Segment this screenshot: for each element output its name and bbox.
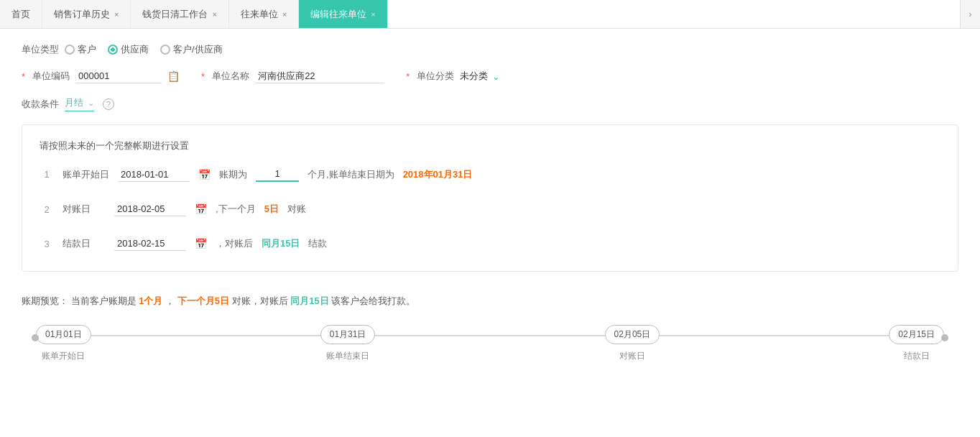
radio-customer[interactable]: 客户 bbox=[65, 43, 96, 56]
payment-help-icon[interactable]: ? bbox=[103, 98, 114, 110]
tabs-bar: 首页 销售订单历史 × 钱货日清工作台 × 往来单位 × 编辑往来单位 × › bbox=[0, 0, 980, 29]
preview-text-mid1: ， bbox=[165, 295, 175, 306]
row-3-label: 结款日 bbox=[63, 237, 106, 250]
row-1-label: 账单开始日 bbox=[63, 168, 109, 181]
unit-code-required: * bbox=[22, 71, 25, 82]
unit-name-label: 单位名称 bbox=[212, 70, 249, 83]
timeline-start-dot bbox=[32, 334, 39, 341]
unit-category-required: * bbox=[406, 71, 410, 82]
unit-category-dropdown-icon[interactable]: ⌄ bbox=[492, 71, 500, 82]
unit-code-field: * 单位编码 📋 bbox=[22, 69, 180, 83]
row-1-period-input[interactable] bbox=[256, 167, 299, 182]
row-1-hint-pre: 账期为 bbox=[219, 168, 247, 181]
payment-dropdown-icon[interactable]: ⌄ bbox=[88, 98, 94, 108]
unit-code-label: 单位编码 bbox=[32, 70, 70, 83]
close-tab-edit-contacts[interactable]: × bbox=[371, 10, 375, 19]
row-2-date-input[interactable] bbox=[114, 202, 186, 216]
unit-type-field: 单位类型 客户 供应商 客户/供应商 bbox=[22, 43, 223, 56]
unit-category-value: 未分类 bbox=[460, 70, 488, 83]
row-3-hint-pre: ，对账后 bbox=[216, 237, 253, 250]
row-3-calendar-icon[interactable]: 📅 bbox=[195, 238, 207, 249]
unit-type-row: 单位类型 客户 供应商 客户/供应商 bbox=[22, 43, 958, 56]
timeline-pill-1: 01月31日 bbox=[320, 325, 376, 344]
timeline-label-1: 账单结束日 bbox=[326, 350, 369, 362]
timeline-pill-3: 02月15日 bbox=[889, 325, 944, 344]
billing-period-section: 请按照未来的一个完整帐期进行设置 1 账单开始日 📅 账期为 个月,账单结束日期… bbox=[22, 124, 958, 272]
tab-edit-contacts[interactable]: 编辑往来单位 × bbox=[299, 0, 387, 28]
tab-contacts[interactable]: 往来单位 × bbox=[229, 0, 299, 28]
unit-type-label: 单位类型 bbox=[22, 43, 59, 56]
row-2-label: 对账日 bbox=[63, 203, 106, 216]
row-1-date-input[interactable] bbox=[118, 167, 190, 182]
unit-category-field: * 单位分类 未分类 ⌄ bbox=[406, 70, 500, 83]
row-2-highlight: 5日 bbox=[264, 203, 279, 216]
section-title: 请按照未来的一个完整帐期进行设置 bbox=[40, 139, 940, 152]
row-3-highlight: 同月15日 bbox=[262, 237, 300, 250]
preview-section: 账期预览： 当前客户账期是 1个月 ， 下一个月5日 对账，对账后 同月15日 … bbox=[22, 283, 958, 362]
preview-part3: 同月15日 bbox=[290, 295, 328, 306]
preview-text-pre: 当前客户账期是 bbox=[71, 295, 137, 306]
row-2-hint-post: 对账 bbox=[287, 203, 306, 216]
unit-code-copy-icon[interactable]: 📋 bbox=[167, 70, 180, 82]
unit-code-input[interactable] bbox=[75, 69, 162, 83]
close-tab-cash-work[interactable]: × bbox=[212, 10, 216, 19]
preview-text-end: 该客户会给我打款。 bbox=[331, 295, 415, 306]
timeline-end-dot bbox=[941, 334, 948, 341]
tab-home[interactable]: 首页 bbox=[0, 0, 42, 28]
preview-text-mid2: 对账，对账后 bbox=[232, 295, 288, 306]
radio-customer-circle bbox=[65, 45, 75, 55]
preview-label: 账期预览： bbox=[22, 295, 68, 306]
unit-category-label: 单位分类 bbox=[417, 70, 454, 83]
row-1-calendar-icon[interactable]: 📅 bbox=[198, 169, 211, 180]
timeline-nodes: 01月01日 账单开始日 01月31日 账单结束日 02月05日 对账日 02月… bbox=[36, 325, 944, 362]
radio-supplier[interactable]: 供应商 bbox=[108, 43, 149, 56]
row-1-num: 1 bbox=[40, 169, 54, 180]
timeline-container: 01月01日 账单开始日 01月31日 账单结束日 02月05日 对账日 02月… bbox=[22, 325, 958, 362]
timeline-label-3: 结款日 bbox=[904, 350, 930, 362]
close-tab-contacts[interactable]: × bbox=[282, 10, 287, 19]
unit-type-radio-group: 客户 供应商 客户/供应商 bbox=[65, 43, 223, 56]
radio-both-circle bbox=[160, 45, 170, 55]
timeline-node-0: 01月01日 账单开始日 bbox=[36, 325, 91, 362]
close-tab-sales-history[interactable]: × bbox=[114, 10, 119, 19]
row-1-end-date: 2018年01月31日 bbox=[403, 168, 473, 181]
timeline-node-1: 01月31日 账单结束日 bbox=[320, 325, 376, 362]
timeline-node-3: 02月15日 结款日 bbox=[889, 325, 944, 362]
row-2-calendar-icon[interactable]: 📅 bbox=[195, 203, 207, 215]
payment-row: 收款条件 月结 ⌄ ? bbox=[22, 96, 958, 111]
payment-field: 收款条件 月结 ⌄ ? bbox=[22, 96, 114, 111]
payment-select[interactable]: 月结 ⌄ bbox=[65, 96, 94, 111]
radio-both[interactable]: 客户/供应商 bbox=[160, 43, 223, 56]
timeline-node-2: 02月05日 对账日 bbox=[605, 325, 660, 362]
row-2-hint-pre: ,下一个月 bbox=[216, 203, 256, 216]
preview-text: 账期预览： 当前客户账期是 1个月 ， 下一个月5日 对账，对账后 同月15日 … bbox=[22, 295, 958, 308]
unit-info-row: * 单位编码 📋 * 单位名称 * 单位分类 未分类 ⌄ bbox=[22, 69, 958, 83]
preview-part2: 下一个月5日 bbox=[177, 295, 229, 306]
preview-part1: 1个月 bbox=[139, 295, 162, 306]
payment-value: 月结 bbox=[65, 96, 83, 109]
unit-name-field: * 单位名称 bbox=[201, 69, 384, 83]
unit-name-input[interactable] bbox=[255, 69, 384, 83]
radio-supplier-circle bbox=[108, 45, 118, 55]
payment-label: 收款条件 bbox=[22, 98, 59, 111]
tab-overflow-arrow[interactable]: › bbox=[960, 0, 980, 28]
row-1-hint-post: 个月,账单结束日期为 bbox=[308, 168, 394, 181]
main-content: 单位类型 客户 供应商 客户/供应商 * 单位编码 bbox=[0, 29, 980, 437]
tab-sales-history[interactable]: 销售订单历史 × bbox=[42, 0, 131, 28]
timeline-label-0: 账单开始日 bbox=[42, 350, 85, 362]
timeline-pill-2: 02月05日 bbox=[605, 325, 660, 344]
row-3-hint-post: 结款 bbox=[308, 237, 327, 250]
row-1: 1 账单开始日 📅 账期为 个月,账单结束日期为 2018年01月31日 bbox=[40, 167, 940, 182]
row-3: 3 结款日 📅 ，对账后 同月15日 结款 bbox=[40, 236, 940, 251]
row-2-num: 2 bbox=[40, 204, 54, 215]
unit-category-select[interactable]: 未分类 ⌄ bbox=[460, 70, 500, 83]
unit-name-required: * bbox=[201, 71, 205, 82]
timeline-pill-0: 01月01日 bbox=[36, 325, 91, 344]
row-2: 2 对账日 📅 ,下一个月 5日 对账 bbox=[40, 202, 940, 216]
tab-cash-work[interactable]: 钱货日清工作台 × bbox=[131, 0, 228, 28]
row-3-num: 3 bbox=[40, 239, 54, 249]
row-3-date-input[interactable] bbox=[114, 236, 186, 251]
timeline-label-2: 对账日 bbox=[619, 350, 645, 362]
